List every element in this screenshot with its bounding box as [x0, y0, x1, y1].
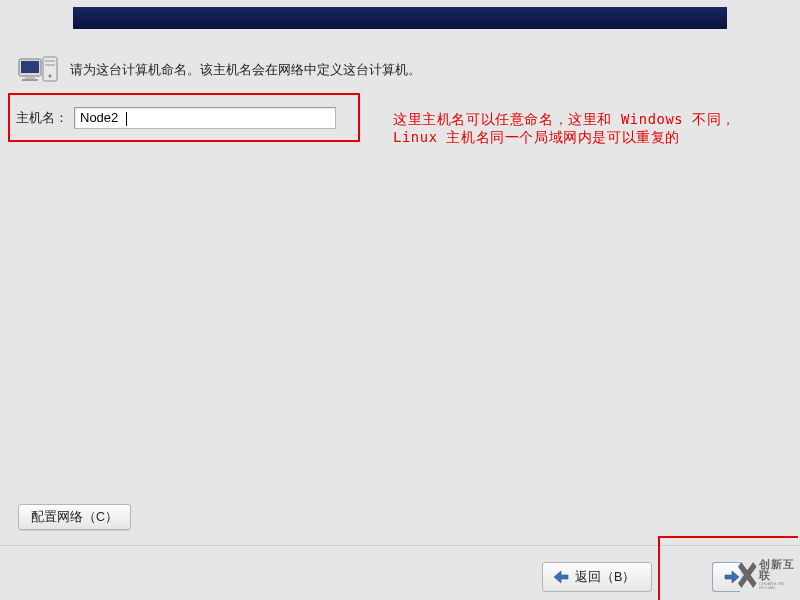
- annotation-text: 这里主机名可以任意命名，这里和 Windows 不同，Linux 主机名同一个局…: [393, 111, 773, 147]
- svg-rect-3: [22, 79, 38, 81]
- svg-rect-5: [45, 60, 55, 62]
- hostname-input[interactable]: [74, 107, 336, 129]
- arrow-left-icon: [553, 570, 569, 584]
- next-button[interactable]: [712, 562, 740, 592]
- watermark: 创新互联 CHUANG XIN HU LIAN: [738, 556, 796, 594]
- computer-icon: [18, 55, 60, 85]
- back-button-label: 返回（B）: [575, 569, 635, 586]
- back-button[interactable]: 返回（B）: [542, 562, 652, 592]
- top-banner: [73, 7, 727, 29]
- svg-rect-1: [21, 61, 39, 73]
- header-row: 请为这台计算机命名。该主机名会在网络中定义这台计算机。: [18, 55, 782, 85]
- svg-rect-2: [25, 77, 35, 79]
- watermark-en: CHUANG XIN HU LIAN: [759, 582, 789, 590]
- hostname-label: 主机名：: [16, 109, 68, 127]
- hostname-box-highlight: 主机名：: [8, 93, 360, 142]
- svg-rect-6: [45, 64, 55, 66]
- configure-network-button[interactable]: 配置网络（C）: [18, 504, 131, 530]
- svg-point-7: [49, 75, 52, 78]
- watermark-x-icon: [738, 562, 757, 588]
- instruction-text: 请为这台计算机命名。该主机名会在网络中定义这台计算机。: [70, 61, 421, 79]
- watermark-cn: 创新互联: [759, 559, 796, 581]
- text-caret: [126, 112, 127, 126]
